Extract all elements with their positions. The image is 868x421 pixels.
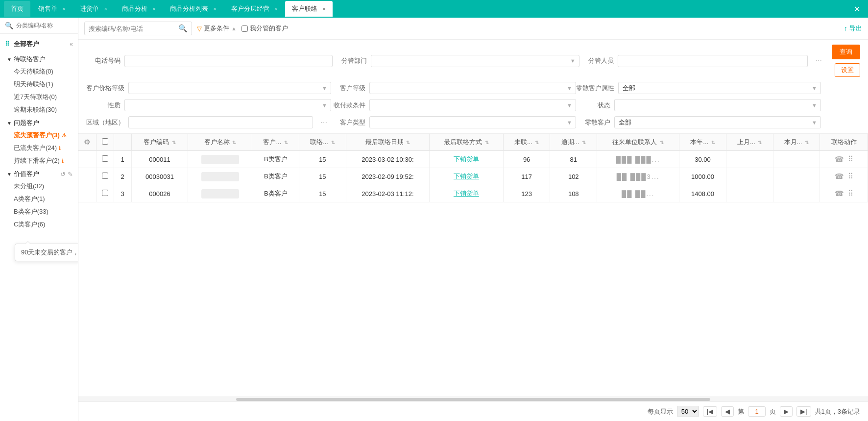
filter-dots-person[interactable]: ··· bbox=[812, 56, 826, 65]
tab-analysis-list-close[interactable]: × bbox=[213, 6, 216, 12]
col-checkbox[interactable] bbox=[96, 134, 114, 151]
sidebar-item-class-a[interactable]: A类客户(1) bbox=[5, 193, 73, 205]
col-name[interactable]: 客户名称 ⇅ bbox=[188, 134, 252, 151]
tab-home[interactable]: 首页 bbox=[4, 1, 30, 17]
col-last-contact-method[interactable]: 最后联络方式 ⇅ bbox=[430, 134, 504, 151]
col-last-contact-date[interactable]: 最后联络日期 ⇅ bbox=[346, 134, 429, 151]
row-checkbox-1[interactable] bbox=[102, 173, 108, 179]
filter-select-customer-level[interactable] bbox=[369, 82, 576, 94]
gear-icon-th[interactable]: ⚙ bbox=[84, 138, 90, 146]
tab-purchase-close[interactable]: × bbox=[104, 6, 107, 12]
tab-analysis-close[interactable]: × bbox=[152, 6, 155, 12]
refresh-icon[interactable]: ↺ bbox=[60, 171, 66, 178]
row-checkbox-0[interactable] bbox=[102, 155, 108, 162]
filter-cell-nature: 性质 ▼ bbox=[86, 99, 331, 111]
col-type[interactable]: 客户... ⇅ bbox=[252, 134, 299, 151]
filter-input-region[interactable] bbox=[128, 116, 313, 128]
filter-select-status[interactable] bbox=[614, 99, 821, 111]
col-contact[interactable]: 联络... ⇅ bbox=[299, 134, 346, 151]
action-icon-more-2[interactable]: ⠿ bbox=[848, 189, 853, 198]
last-method-link-1[interactable]: 下销货单 bbox=[454, 173, 479, 180]
sidebar-group-problem-label[interactable]: ▼ 问题客户 bbox=[5, 116, 73, 129]
sidebar-item-tomorrow[interactable]: 明天待联络(1) bbox=[5, 78, 73, 91]
sidebar-search-input[interactable] bbox=[16, 22, 73, 29]
sidebar-group-value-label[interactable]: ▼ 价值客户 ↺ ✎ bbox=[5, 167, 73, 180]
cell-checkbox-1[interactable] bbox=[96, 168, 114, 185]
edit-icon[interactable]: ✎ bbox=[68, 171, 73, 178]
col-unit-contact[interactable]: 往来单位联系人 ⇅ bbox=[597, 134, 679, 151]
col-code[interactable]: 客户编码 ⇅ bbox=[131, 134, 188, 151]
action-icon-contact-2[interactable]: ☎ bbox=[835, 189, 844, 198]
search-input[interactable] bbox=[89, 25, 175, 32]
horizontal-scroll-bar[interactable] bbox=[78, 396, 868, 401]
my-customers-checkbox[interactable] bbox=[241, 25, 248, 32]
more-conditions-button[interactable]: ▽ 更多条件 ▲ bbox=[197, 24, 237, 33]
sidebar-item-churned[interactable]: 已流失客户(24) ℹ bbox=[5, 142, 73, 154]
col-overdue[interactable]: 逾期... ⇅ bbox=[550, 134, 597, 151]
search-icon[interactable]: 🔍 bbox=[178, 24, 188, 33]
tab-analysis-list[interactable]: 商品分析列表 × bbox=[163, 1, 223, 17]
sidebar-group-pending-label[interactable]: ▼ 待联络客户 bbox=[5, 52, 73, 65]
col-gear[interactable]: ⚙ bbox=[78, 134, 96, 151]
tab-customer-contact-close[interactable]: × bbox=[322, 6, 325, 12]
filter-select-zero-customer[interactable]: 全部 bbox=[614, 116, 821, 128]
sidebar-item-class-c[interactable]: C类客户(6) bbox=[5, 218, 73, 231]
tab-customer-contact[interactable]: 客户联络 × bbox=[285, 1, 332, 17]
cell-checkbox-0[interactable] bbox=[96, 151, 114, 168]
cell-last-method-0[interactable]: 下销货单 bbox=[430, 151, 504, 168]
filter-input-phone[interactable] bbox=[124, 55, 333, 67]
filter-select-payment[interactable] bbox=[369, 99, 576, 111]
cell-last-method-1[interactable]: 下销货单 bbox=[430, 168, 504, 185]
filter-select-nature[interactable] bbox=[124, 99, 331, 111]
filter-select-zero-attr[interactable]: 全部 bbox=[618, 82, 821, 94]
select-all-checkbox[interactable] bbox=[102, 138, 108, 145]
prev-page-button[interactable]: ◀ bbox=[721, 406, 734, 417]
row-checkbox-2[interactable] bbox=[102, 190, 108, 196]
first-page-button[interactable]: |◀ bbox=[703, 406, 717, 417]
settings-button[interactable]: 设置 bbox=[835, 63, 860, 77]
tab-customer-tier[interactable]: 客户分层经营 × bbox=[224, 1, 284, 17]
action-icon-more-1[interactable]: ⠿ bbox=[848, 172, 853, 181]
last-method-link-0[interactable]: 下销货单 bbox=[454, 155, 479, 163]
col-uncontacted[interactable]: 未联... ⇅ bbox=[503, 134, 550, 151]
collapse-icon[interactable]: « bbox=[70, 41, 73, 48]
action-icon-more-0[interactable]: ⠿ bbox=[848, 155, 853, 164]
filter-select-dept[interactable] bbox=[371, 55, 579, 67]
last-method-link-2[interactable]: 下销货单 bbox=[454, 190, 479, 197]
close-window-button[interactable]: ✕ bbox=[850, 2, 864, 16]
next-page-button[interactable]: ▶ bbox=[780, 406, 793, 417]
my-customers-checkbox-label[interactable]: 我分管的客户 bbox=[241, 24, 288, 33]
tab-sales[interactable]: 销售单 × bbox=[31, 1, 72, 17]
filter-select-customer-type[interactable] bbox=[369, 116, 576, 128]
sidebar-item-overdue[interactable]: 逾期未联络(30) bbox=[5, 103, 73, 116]
warn-icon: ⚠ bbox=[62, 132, 67, 139]
tab-sales-close[interactable]: × bbox=[62, 6, 65, 12]
action-icon-contact-0[interactable]: ☎ bbox=[835, 155, 844, 164]
sidebar-item-declining[interactable]: 持续下滑客户(2) ℹ bbox=[5, 154, 73, 167]
sidebar-item-today[interactable]: 今天待联络(0) bbox=[5, 65, 73, 78]
scroll-thumb[interactable] bbox=[236, 398, 710, 401]
tab-customer-tier-close[interactable]: × bbox=[274, 6, 277, 12]
last-page-button[interactable]: ▶| bbox=[796, 406, 811, 417]
filter-input-person[interactable] bbox=[618, 55, 808, 67]
tab-purchase[interactable]: 进货单 × bbox=[73, 1, 114, 17]
sidebar-item-7days[interactable]: 近7天待联络(0) bbox=[5, 91, 73, 103]
col-this-month[interactable]: 本月... ⇅ bbox=[773, 134, 820, 151]
filter-select-price[interactable] bbox=[128, 82, 331, 94]
col-last-month[interactable]: 上月... ⇅ bbox=[726, 134, 773, 151]
action-icon-contact-1[interactable]: ☎ bbox=[835, 172, 844, 181]
sidebar-item-churn-warning[interactable]: 流失预警客户(3) ⚠ bbox=[5, 129, 73, 142]
cell-last-method-2[interactable]: 下销货单 bbox=[430, 185, 504, 202]
sidebar-item-ungrouped[interactable]: 未分组(32) bbox=[5, 180, 73, 193]
per-page-select[interactable]: 50 bbox=[677, 406, 699, 417]
sort-icon: ⇅ bbox=[172, 140, 176, 145]
page-input[interactable] bbox=[748, 406, 766, 417]
export-button[interactable]: ↑ 导出 bbox=[844, 24, 862, 33]
tab-analysis[interactable]: 商品分析 × bbox=[115, 1, 162, 17]
cell-checkbox-2[interactable] bbox=[96, 185, 114, 202]
sidebar-item-class-b[interactable]: B类客户(33) bbox=[5, 205, 73, 218]
filter-dots-region[interactable]: ··· bbox=[317, 118, 331, 127]
sidebar-all-label[interactable]: ⠿ 全部客户 « bbox=[5, 37, 73, 51]
col-this-year[interactable]: 本年... ⇅ bbox=[679, 134, 726, 151]
query-button[interactable]: 查询 bbox=[832, 45, 860, 59]
